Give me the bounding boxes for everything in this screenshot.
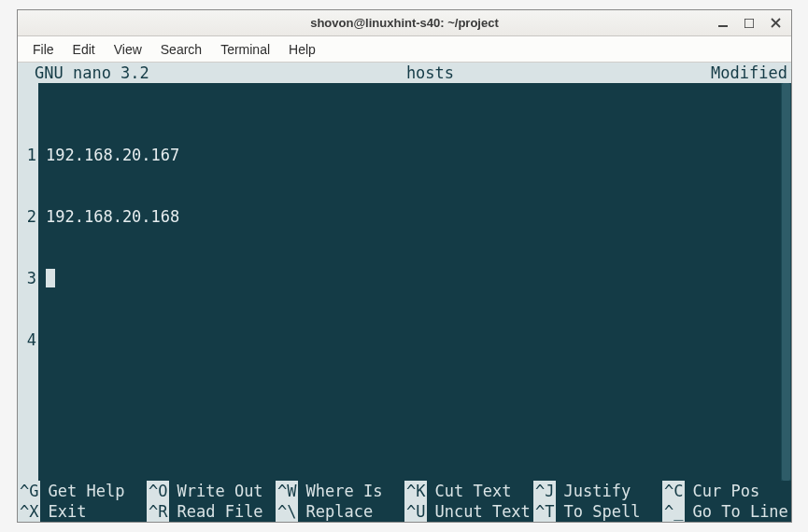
menu-file[interactable]: File (23, 38, 64, 61)
shortcut-key: ^C (662, 481, 685, 501)
shortcut-desc: Where Is (298, 481, 382, 501)
shortcut-key: ^R (147, 501, 169, 522)
shortcut-desc: Go To Line (685, 501, 787, 522)
shortcut-where-is: ^WWhere Is (276, 481, 404, 501)
shortcut-to-spell: ^TTo Spell (533, 501, 662, 522)
nano-app-name: GNU nano 3.2 (18, 63, 149, 83)
menu-view[interactable]: View (105, 38, 151, 61)
shortcut-row: ^XExit ^RRead File ^\Replace ^UUncut Tex… (18, 501, 791, 522)
shortcut-key: ^G (18, 481, 40, 501)
editor-content[interactable]: 192.168.20.167 192.168.20.168 (38, 83, 791, 481)
editor-line (46, 329, 791, 350)
shortcut-key: ^_ (662, 501, 685, 522)
editor-line: 192.168.20.168 (46, 206, 791, 227)
window-title: shovon@linuxhint-s40: ~/project (18, 16, 791, 30)
maximize-icon[interactable] (743, 17, 756, 30)
svg-rect-0 (718, 25, 728, 27)
line-number: 3 (18, 268, 38, 288)
nano-header: GNU nano 3.2 hosts Modified (18, 63, 791, 83)
shortcut-key: ^O (147, 481, 169, 501)
close-icon[interactable] (769, 17, 782, 30)
nano-shortcut-footer: ^GGet Help ^OWrite Out ^WWhere Is ^KCut … (18, 481, 791, 522)
scrollbar[interactable] (781, 83, 791, 481)
scrollbar-thumb[interactable] (782, 83, 790, 481)
shortcut-go-to-line: ^_Go To Line (662, 501, 791, 522)
shortcut-desc: Cut Text (427, 481, 511, 501)
terminal-window: shovon@linuxhint-s40: ~/project File Edi… (17, 9, 792, 523)
line-number-gutter: 1 2 3 4 (18, 83, 38, 481)
shortcut-desc: Cur Pos (685, 481, 759, 501)
shortcut-cut-text: ^KCut Text (404, 481, 533, 501)
shortcut-justify: ^JJustify (533, 481, 662, 501)
shortcut-key: ^J (533, 481, 556, 501)
text-cursor (46, 269, 55, 287)
shortcut-key: ^\ (276, 501, 298, 522)
shortcut-uncut-text: ^UUncut Text (404, 501, 533, 522)
menu-terminal[interactable]: Terminal (211, 38, 279, 61)
shortcut-replace: ^\Replace (276, 501, 404, 522)
shortcut-desc: Exit (40, 501, 86, 522)
line-number: 4 (18, 329, 38, 350)
shortcut-row: ^GGet Help ^OWrite Out ^WWhere Is ^KCut … (18, 481, 791, 501)
menu-search[interactable]: Search (151, 38, 211, 61)
menubar: File Edit View Search Terminal Help (18, 36, 791, 63)
shortcut-desc: Uncut Text (427, 501, 530, 522)
shortcut-desc: Justify (556, 481, 631, 501)
editor-body: 1 2 3 4 192.168.20.167 192.168.20.168 (18, 83, 791, 481)
nano-filename: hosts (149, 63, 711, 83)
window-controls (716, 17, 787, 30)
shortcut-key: ^U (404, 501, 427, 522)
shortcut-desc: Write Out (169, 481, 262, 501)
shortcut-desc: To Spell (556, 501, 640, 522)
editor-line: 192.168.20.167 (46, 145, 791, 165)
editor-line (46, 268, 791, 288)
nano-status: Modified (711, 63, 791, 83)
line-number: 2 (18, 206, 38, 227)
terminal-viewport[interactable]: GNU nano 3.2 hosts Modified 1 2 3 4 192.… (18, 63, 791, 522)
shortcut-cur-pos: ^CCur Pos (662, 481, 791, 501)
shortcut-desc: Get Help (40, 481, 124, 501)
shortcut-key: ^X (18, 501, 40, 522)
shortcut-key: ^K (404, 481, 427, 501)
menu-edit[interactable]: Edit (64, 38, 105, 61)
shortcut-desc: Read File (169, 501, 262, 522)
shortcut-key: ^W (276, 481, 298, 501)
shortcut-read-file: ^RRead File (147, 501, 276, 522)
minimize-icon[interactable] (716, 17, 730, 30)
shortcut-get-help: ^GGet Help (18, 481, 147, 501)
shortcut-write-out: ^OWrite Out (147, 481, 276, 501)
shortcut-exit: ^XExit (18, 501, 147, 522)
shortcut-key: ^T (533, 501, 556, 522)
line-number: 1 (18, 145, 38, 165)
titlebar: shovon@linuxhint-s40: ~/project (18, 10, 791, 36)
svg-rect-1 (744, 19, 754, 28)
menu-help[interactable]: Help (279, 38, 325, 61)
shortcut-desc: Replace (298, 501, 373, 522)
